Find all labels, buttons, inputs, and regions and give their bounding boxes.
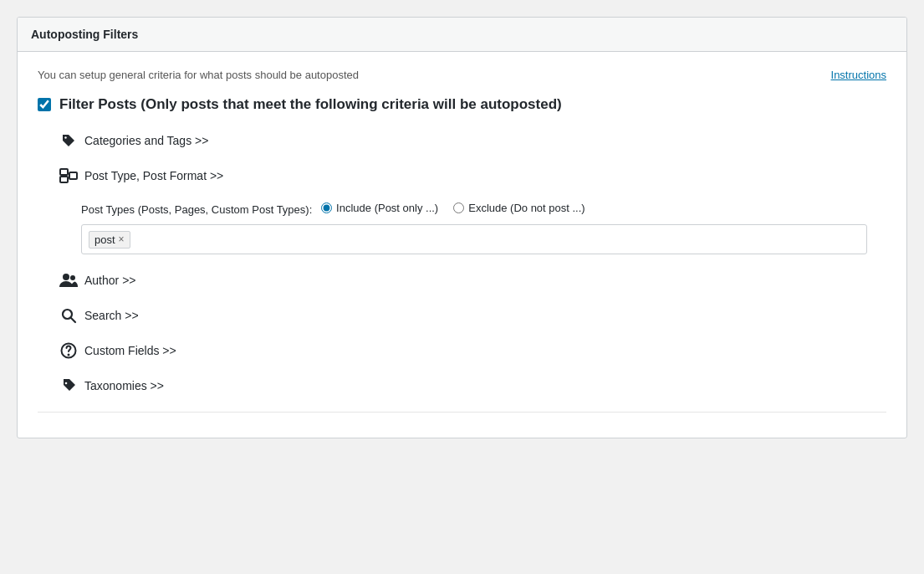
- post-types-input-box[interactable]: post ×: [81, 224, 867, 254]
- instructions-link[interactable]: Instructions: [831, 69, 886, 81]
- svg-rect-2: [60, 177, 68, 182]
- svg-point-4: [63, 274, 69, 280]
- filter-posts-checkbox[interactable]: [38, 98, 51, 111]
- svg-line-7: [71, 318, 76, 323]
- filter-posts-row: Filter Posts (Only posts that meet the f…: [38, 96, 886, 113]
- filter-posts-label: Filter Posts (Only posts that meet the f…: [59, 96, 562, 113]
- include-radio-label[interactable]: Include (Post only ...): [321, 202, 438, 214]
- author-item[interactable]: Author >>: [59, 271, 886, 290]
- post-type-icon: [59, 167, 78, 185]
- custom-fields-label: Custom Fields >>: [84, 344, 176, 357]
- post-type-format-label: Post Type, Post Format >>: [84, 169, 223, 182]
- taxonomies-label: Taxonomies >>: [84, 379, 164, 392]
- tag-icon: [59, 131, 78, 150]
- search-icon: [59, 306, 78, 325]
- include-radio[interactable]: [321, 202, 332, 213]
- bottom-divider: [38, 412, 886, 413]
- post-tag-close[interactable]: ×: [119, 233, 125, 245]
- search-item[interactable]: Search >>: [59, 306, 886, 325]
- svg-point-0: [64, 136, 66, 138]
- description-text: You can setup general criteria for what …: [38, 69, 359, 81]
- svg-rect-1: [60, 169, 68, 175]
- author-icon: [59, 271, 78, 290]
- post-tag: post ×: [89, 231, 130, 249]
- panel-header: Autoposting Filters: [18, 18, 906, 52]
- autoposting-filters-panel: Autoposting Filters You can setup genera…: [17, 17, 907, 438]
- panel-body: You can setup general criteria for what …: [18, 52, 906, 438]
- post-types-section: Post Types (Posts, Pages, Custom Post Ty…: [81, 202, 886, 254]
- taxonomies-icon: [59, 377, 78, 395]
- exclude-radio[interactable]: [453, 202, 464, 213]
- search-label: Search >>: [84, 309, 139, 322]
- custom-fields-item[interactable]: Custom Fields >>: [59, 341, 886, 360]
- post-types-radio-group: Include (Post only ...) Exclude (Do not …: [321, 202, 585, 214]
- svg-rect-3: [69, 172, 77, 179]
- filter-items-container: Categories and Tags >> Post Type, Post F…: [59, 131, 886, 395]
- panel-title: Autoposting Filters: [31, 28, 138, 41]
- svg-point-5: [70, 275, 75, 280]
- author-label: Author >>: [84, 274, 136, 287]
- taxonomies-item[interactable]: Taxonomies >>: [59, 377, 886, 395]
- categories-tags-item[interactable]: Categories and Tags >>: [59, 131, 886, 150]
- top-row: You can setup general criteria for what …: [38, 69, 886, 81]
- exclude-radio-label[interactable]: Exclude (Do not post ...): [453, 202, 585, 214]
- categories-tags-label: Categories and Tags >>: [84, 134, 208, 147]
- svg-point-10: [65, 382, 68, 385]
- post-type-format-item[interactable]: Post Type, Post Format >>: [59, 167, 886, 185]
- svg-point-9: [68, 354, 70, 356]
- post-types-label: Post Types (Posts, Pages, Custom Post Ty…: [81, 202, 886, 216]
- custom-fields-icon: [59, 341, 78, 360]
